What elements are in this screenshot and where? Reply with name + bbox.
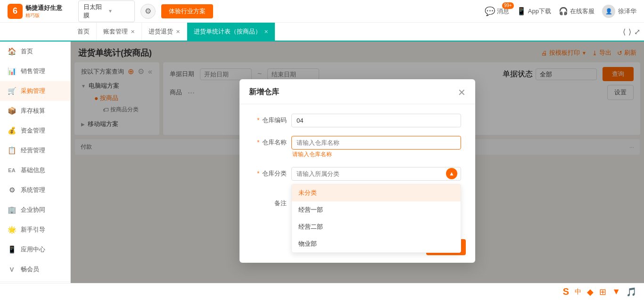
sidebar-item-enterprise[interactable]: 🏢 企业协同 xyxy=(0,200,70,220)
message-icon: 💬 xyxy=(485,6,495,17)
store-selector[interactable]: 日太阳膜 ▼ xyxy=(78,0,135,22)
name-label: * 仓库名称 xyxy=(254,138,287,147)
mobile-icon: 📱 xyxy=(517,7,526,16)
grid-icon[interactable]: ⊞ xyxy=(599,287,606,297)
sidebar-item-apps[interactable]: 📱 应用中心 xyxy=(0,240,70,259)
message-badge: 99+ xyxy=(502,2,514,9)
logo-icon: 6 xyxy=(8,4,23,19)
down-icon[interactable]: ▼ xyxy=(612,287,620,297)
music-icon[interactable]: 🎵 xyxy=(626,287,636,297)
modal-overlay[interactable]: 新增仓库 ✕ * 仓库编码 xyxy=(71,42,644,300)
avatar: 👤 xyxy=(602,5,615,18)
modal-body: * 仓库编码 * 仓库名称 xyxy=(239,104,475,233)
tab-expand-icon[interactable]: ⤢ xyxy=(634,27,640,36)
sidebar-item-purchase[interactable]: 🛒 采购管理 xyxy=(0,81,70,101)
note-label: 备注 xyxy=(254,199,287,208)
sidebar-item-operations[interactable]: 📋 经营管理 xyxy=(0,141,70,160)
sidebar-item-home[interactable]: 🏠 首页 xyxy=(0,42,70,61)
content-area: 进货单统计(按商品) 🖨 按模板打印 ▼ ⤓ 导出 ↺ 刷新 xyxy=(71,42,644,300)
guide-icon: 🌟 xyxy=(8,225,16,234)
diamond-icon[interactable]: ◆ xyxy=(587,287,594,297)
sidebar-item-basic-info[interactable]: EA 基础信息 xyxy=(0,160,70,180)
modal-header: 新增仓库 ✕ xyxy=(239,79,475,104)
main-layout: 🏠 首页 📊 销售管理 🛒 采购管理 📦 库存核算 💰 资金管理 📋 经营管理 … xyxy=(0,42,644,300)
settings-icon[interactable]: ⚙ xyxy=(140,4,156,19)
dropdown-item-dept3[interactable]: 物业部 xyxy=(292,235,461,252)
logo-text: 畅捷通好生意 精巧版 xyxy=(25,4,62,19)
zh-icon[interactable]: 中 xyxy=(575,288,581,296)
tab-controls: ⟨ ⟩ ⤢ xyxy=(619,23,644,41)
name-error-text: 请输入仓库名称 xyxy=(292,150,461,158)
tab-prev-icon[interactable]: ⟨ xyxy=(623,27,626,36)
header-right: 💬 消息 99+ 📱 App下载 🎧 在线客服 👤 徐泽华 xyxy=(485,5,636,18)
category-label: * 仓库分类 xyxy=(254,169,287,178)
basic-info-icon: EA xyxy=(8,166,16,175)
system-icon: ⚙ xyxy=(8,186,16,194)
sidebar: 🏠 首页 📊 销售管理 🛒 采购管理 📦 库存核算 💰 资金管理 📋 经营管理 … xyxy=(0,42,71,300)
sales-icon: 📊 xyxy=(8,67,16,75)
tab-close-icon[interactable]: ✕ xyxy=(264,29,268,35)
enterprise-icon: 🏢 xyxy=(8,206,16,214)
sidebar-item-sales[interactable]: 📊 销售管理 xyxy=(0,61,70,81)
purchase-icon: 🛒 xyxy=(8,87,16,95)
operations-icon: 📋 xyxy=(8,146,16,155)
s-icon[interactable]: S xyxy=(563,286,569,297)
modal-add-warehouse: 新增仓库 ✕ * 仓库编码 xyxy=(239,79,475,263)
category-wrapper: ▲ 未分类 经营一部 经营二部 物业部 xyxy=(291,167,461,181)
code-input[interactable] xyxy=(291,114,461,127)
home-icon: 🏠 xyxy=(8,47,16,56)
form-row-category: * 仓库分类 ▲ 未分类 经营一部 经营二部 物业部 xyxy=(254,167,461,181)
header-center: 日太阳膜 ▼ ⚙ 体验行业方案 xyxy=(78,0,485,22)
dropdown-item-dept2[interactable]: 经营二部 xyxy=(292,218,461,235)
modal-title: 新增仓库 xyxy=(249,87,279,97)
sidebar-item-guide[interactable]: 🌟 新手引导 xyxy=(0,220,70,240)
name-input[interactable] xyxy=(291,136,461,150)
bottom-status-bar: S 中 ◆ ⊞ ▼ 🎵 xyxy=(0,283,644,300)
chevron-down-icon: ▼ xyxy=(108,8,130,14)
headset-icon: 🎧 xyxy=(559,7,568,16)
tab-purchase-return[interactable]: 进货退货 ✕ xyxy=(142,23,187,41)
user-area[interactable]: 👤 徐泽华 xyxy=(602,5,636,18)
app-download-area[interactable]: 📱 App下载 xyxy=(517,7,551,16)
vip-icon: V xyxy=(8,265,16,274)
tab-accounts[interactable]: 账套管理 ✕ xyxy=(97,23,142,41)
sidebar-item-system[interactable]: ⚙ 系统管理 xyxy=(0,180,70,200)
logo-area: 6 畅捷通好生意 精巧版 xyxy=(8,4,78,19)
sidebar-item-finance[interactable]: 💰 资金管理 xyxy=(0,121,70,141)
trial-button[interactable]: 体验行业方案 xyxy=(161,4,213,18)
inventory-icon: 📦 xyxy=(8,107,16,115)
tab-next-icon[interactable]: ⟩ xyxy=(628,27,631,36)
tab-close-icon[interactable]: ✕ xyxy=(176,29,180,35)
top-header: 6 畅捷通好生意 精巧版 日太阳膜 ▼ ⚙ 体验行业方案 💬 消息 99+ 📱 … xyxy=(0,0,644,23)
category-input[interactable] xyxy=(291,167,461,181)
finance-icon: 💰 xyxy=(8,126,16,135)
message-area[interactable]: 💬 消息 99+ xyxy=(485,6,509,17)
category-toggle-icon[interactable]: ▲ xyxy=(446,168,457,179)
dropdown-item-uncategorized[interactable]: 未分类 xyxy=(292,184,461,201)
sidebar-item-vip[interactable]: V 畅会员 xyxy=(0,259,70,279)
apps-icon: 📱 xyxy=(8,245,16,254)
dropdown-item-dept1[interactable]: 经营一部 xyxy=(292,201,461,218)
tab-close-icon[interactable]: ✕ xyxy=(131,29,135,35)
form-row-name: * 仓库名称 请输入仓库名称 xyxy=(254,136,461,158)
online-service-area[interactable]: 🎧 在线客服 xyxy=(559,7,594,16)
form-row-code: * 仓库编码 xyxy=(254,114,461,127)
tab-purchase-stats[interactable]: 进货单统计表（按商品） ✕ xyxy=(187,23,275,41)
tab-home[interactable]: 首页 xyxy=(71,23,97,41)
category-dropdown: 未分类 经营一部 经营二部 物业部 xyxy=(291,184,461,253)
sidebar-item-inventory[interactable]: 📦 库存核算 xyxy=(0,101,70,121)
tab-bar: 首页 账套管理 ✕ 进货退货 ✕ 进货单统计表（按商品） ✕ ⟨ ⟩ ⤢ xyxy=(0,23,644,42)
modal-close-icon[interactable]: ✕ xyxy=(458,87,466,98)
code-label: * 仓库编码 xyxy=(254,116,287,125)
